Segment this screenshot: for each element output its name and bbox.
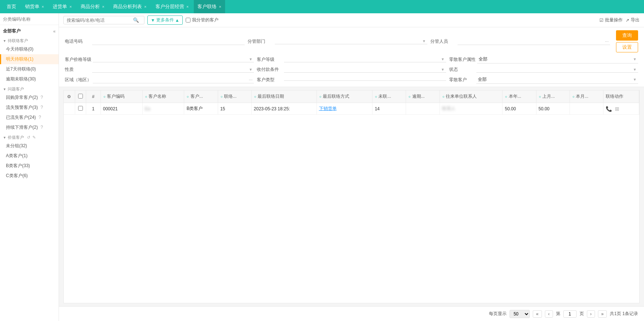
filter-actions: 查询 设置 [616,30,638,52]
filter-row-2: 客户价格等级 ▼ 客户等级 ▼ 零散客户属性 全部 [65,55,638,63]
sort-icon-contact: ⬦ [220,94,223,99]
phone-action-icon[interactable]: 📞 [606,106,612,112]
select-all-checkbox[interactable] [78,94,83,99]
th-overdue[interactable]: ⬦ 逾期... [406,90,440,103]
all-customers-header[interactable]: 全部客户 « [0,25,59,36]
sidebar-item-b-class[interactable]: B类客户(33) [0,161,59,171]
set-button[interactable]: 设置 [616,42,638,52]
filter-customer-level-select[interactable]: ▼ [284,56,446,62]
filter-gender-select[interactable]: ▼ [92,67,254,73]
filter-status: 状态 ▼ [449,66,638,73]
nav-product-analysis[interactable]: 商品分析 × [77,0,108,13]
filter-status-select[interactable]: ▼ [476,67,638,73]
th-name[interactable]: ⬦ 客户名称 [142,90,184,103]
sidebar-item-ungrouped[interactable]: 未分组(32) [0,141,59,151]
filter-price-level-select[interactable]: ▼ [93,56,254,62]
filter-customer-type-select[interactable] [284,79,446,81]
batch-ops-btn[interactable]: ☑ 批量操作 [599,17,623,23]
close-sales-order-icon[interactable]: × [42,4,44,9]
sidebar-item-declining[interactable]: 持续下滑客户(2) ? [0,122,59,132]
close-purchase-order-icon[interactable]: × [69,4,71,9]
my-customers-checkbox[interactable] [186,18,190,23]
th-check[interactable] [75,90,86,103]
chevron-up-icon: ▲ [175,18,179,23]
grid-action-icon[interactable]: ⊞ [615,106,619,112]
row-unit-contact: 联系人 [440,103,503,115]
last-page-btn[interactable]: » [598,310,607,318]
help-icon-4[interactable]: ? [41,125,43,130]
help-icon-1[interactable]: ? [41,95,43,100]
all-customers-label: 全部客户 [3,28,21,34]
region-dots-icon[interactable]: ··· [249,77,252,82]
person-dots-icon[interactable]: ··· [605,39,609,44]
first-page-btn[interactable]: « [533,310,542,318]
th-last-month[interactable]: ⬦ 上月... [536,90,570,103]
per-page-select[interactable]: 50 100 200 [510,310,530,318]
close-product-analysis-icon[interactable]: × [102,4,104,9]
th-uncontacted[interactable]: ⬦ 未联... [372,90,406,103]
more-conditions-btn[interactable]: ▼ 更多条件 ▲ [147,15,183,25]
nav-purchase-order[interactable]: 进货单 × [49,0,75,13]
nav-sales-order[interactable]: 销货单 × [21,0,48,13]
filter-dept: 分管部门 ▼ [248,38,427,45]
sidebar-item-tomorrow-contact[interactable]: 明天待联络(1) [0,54,59,64]
sidebar-item-7days-contact[interactable]: 近7天待联络(0) [0,64,59,74]
refresh-icon[interactable]: ↺ [27,135,30,140]
retail-customer-dropdown-icon: ▼ [633,77,637,82]
sidebar-item-today-contact[interactable]: 今天待联络(0) [0,44,59,54]
retail-attr-dropdown-icon: ▼ [633,57,637,61]
help-icon-3[interactable]: ? [39,115,41,120]
filter-price-level-label: 客户价格等级 [65,56,91,63]
sidebar-item-overdue-contact[interactable]: 逾期未联络(30) [0,74,59,84]
per-page-label: 每页显示 [489,311,507,317]
row-num: 1 [86,103,101,115]
query-button[interactable]: 查询 [616,30,638,41]
triangle-icon: ▼ [3,39,6,43]
filter-row-4: 区域（地区） ··· 客户类型 零散客户 全部 ▼ [65,76,638,84]
nav-home[interactable]: 首页 [3,0,20,13]
nav-product-analysis-list[interactable]: 商品分析列表 × [109,0,150,13]
th-unit-contact[interactable]: ⬦ 往来单位联系人 [440,90,503,103]
row-last-way[interactable]: 下销货单 [316,103,372,115]
th-code[interactable]: ⬦ 客户编码 [101,90,142,103]
close-product-analysis-list-icon[interactable]: × [144,4,146,9]
filter-region-select[interactable]: ··· [93,76,254,83]
filter-person-select[interactable]: ··· [458,38,610,45]
prev-page-btn[interactable]: ‹ [545,310,553,318]
close-customer-contact-icon[interactable]: × [219,4,221,9]
sidebar-item-churn-warning[interactable]: 流失预警客户(3) ? [0,103,59,113]
sidebar-item-churned[interactable]: 已流失客户(24) ? [0,113,59,122]
nav-customer-layering[interactable]: 客户分层经营 × [152,0,192,13]
help-icon-2[interactable]: ? [41,105,43,110]
nav-customer-contact[interactable]: 客户联络 × [194,0,225,13]
filter-retail-attr-select[interactable]: 全部 ▼ [477,55,638,63]
filter-retail-customer-select[interactable]: 全部 ▼ [476,76,638,84]
filter-region: 区域（地区） ··· [65,76,254,83]
th-gear[interactable]: ⚙ [64,90,75,103]
th-last-way[interactable]: ⬦ 最后联络方式 [316,90,372,103]
sidebar-item-repurchase-abnormal[interactable]: 回购异常客户(2) ? [0,93,59,103]
last-way-link[interactable]: 下销货单 [319,106,337,111]
filter-dept-select[interactable]: ▼ [275,38,427,44]
export-btn[interactable]: ↗ 导出 [626,17,640,23]
sort-icon-unit: ⬦ [442,94,445,99]
collapse-icon[interactable]: « [53,29,56,34]
page-input[interactable] [563,310,577,318]
sidebar-item-a-class[interactable]: A类客户(1) [0,151,59,161]
filter-payment-select[interactable]: ▼ [284,67,446,73]
filter-phone-input[interactable] [92,38,245,45]
search-input[interactable] [67,18,133,23]
th-last-date[interactable]: ⬦ 最后联络日期 [251,90,316,103]
th-year[interactable]: ⬦ 本年... [503,90,536,103]
search-icon[interactable]: 🔍 [133,17,139,23]
sidebar-item-c-class[interactable]: C类客户(6) [0,171,59,181]
next-page-btn[interactable]: › [587,310,595,318]
row-checkbox[interactable] [78,106,83,111]
row-code: 000021 [101,103,142,115]
th-contact[interactable]: ⬦ 联络... [218,90,251,103]
th-type[interactable]: ⬦ 客户... [184,90,218,103]
close-customer-layering-icon[interactable]: × [186,4,189,9]
th-this-month[interactable]: ⬦ 本月... [570,90,603,103]
edit-value-group-icon[interactable]: ✎ [32,135,36,140]
sidebar-search-input[interactable] [3,17,58,22]
